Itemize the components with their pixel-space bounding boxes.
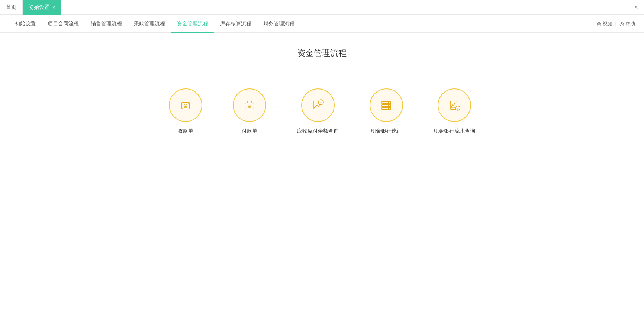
main-container: 初始设置 项目合同流程 销售管理流程 采购管理流程 资金管理流程 库存核算流程 … [0, 15, 644, 329]
nav-item-finance-mgmt[interactable]: 财务管理流程 [257, 15, 300, 33]
process-circle-payment: ¥ [233, 88, 266, 122]
connector-3: - - - - - - [339, 103, 370, 109]
home-label: 首页 [6, 4, 16, 11]
nav-divider: | [615, 21, 616, 26]
connector-4: - - - - - - [403, 103, 434, 109]
svg-rect-13 [382, 101, 391, 104]
bank-flow-icon: ¥ [446, 97, 463, 113]
help-circle-icon: ◎ [619, 21, 624, 27]
nav-label-purchase-mgmt: 采购管理流程 [134, 20, 165, 27]
nav-label-finance-mgmt: 财务管理流程 [263, 20, 294, 27]
process-flow: ¥ 收款单 - - - - - - [169, 88, 476, 135]
payment-icon: ¥ [241, 97, 258, 113]
help-link[interactable]: ◎ 帮助 [619, 20, 635, 27]
close-window-icon[interactable]: × [634, 3, 638, 11]
process-circle-bank-flow: ¥ [438, 88, 471, 122]
nav-label-inventory: 库存核算流程 [220, 20, 251, 27]
video-circle-icon: ◎ [597, 21, 601, 27]
process-item-bank-flow[interactable]: ¥ 现金银行流水查询 [434, 88, 475, 135]
process-label-payment: 付款单 [242, 128, 257, 135]
process-label-receipt: 收款单 [178, 128, 193, 135]
svg-point-16 [388, 102, 389, 103]
top-bar: 首页 初始设置 × × [0, 0, 644, 15]
process-circle-bank-stats [370, 88, 403, 122]
connector-dots-4: - - - - - - [407, 103, 430, 109]
video-link[interactable]: ◎ 视频 [597, 20, 612, 27]
connector-2: - - - - - - [266, 103, 297, 109]
nav-label-initial-setup: 初始设置 [15, 20, 36, 27]
nav-item-project-contract[interactable]: 项目合同流程 [42, 15, 85, 33]
svg-point-18 [388, 108, 389, 109]
connector-1: - - - - - - [202, 103, 233, 109]
connector-dots-2: - - - - - - [270, 103, 293, 109]
svg-rect-15 [382, 107, 391, 110]
content-area: 资金管理流程 ¥ [0, 33, 644, 149]
nav-item-inventory[interactable]: 库存核算流程 [214, 15, 257, 33]
nav-item-fund-mgmt[interactable]: 资金管理流程 [171, 15, 214, 33]
process-item-balance[interactable]: ¥ 应收应付余额查询 [297, 88, 339, 135]
process-item-receipt[interactable]: ¥ 收款单 [169, 88, 202, 135]
svg-text:¥: ¥ [320, 101, 322, 104]
svg-rect-14 [382, 104, 391, 107]
page-title: 资金管理流程 [297, 48, 347, 59]
connector-dots-3: - - - - - - [342, 103, 366, 109]
video-label: 视频 [603, 20, 612, 27]
nav-label-sales-mgmt: 销售管理流程 [91, 20, 122, 27]
process-item-payment[interactable]: ¥ 付款单 [233, 88, 266, 135]
receipt-icon: ¥ [177, 97, 194, 113]
nav-label-fund-mgmt: 资金管理流程 [177, 20, 208, 27]
nav-item-purchase-mgmt[interactable]: 采购管理流程 [128, 15, 171, 33]
process-circle-receipt: ¥ [169, 88, 202, 122]
bank-stats-icon [378, 97, 395, 113]
window-controls[interactable]: × [628, 3, 644, 11]
process-label-balance: 应收应付余额查询 [297, 128, 339, 135]
nav-right-links: ◎ 视频 | ◎ 帮助 [597, 20, 635, 27]
svg-text:¥: ¥ [457, 107, 459, 110]
process-label-bank-stats: 现金银行统计 [371, 128, 402, 135]
process-circle-balance: ¥ [301, 88, 335, 122]
nav-item-initial-setup[interactable]: 初始设置 [9, 15, 42, 33]
svg-point-17 [388, 105, 389, 106]
close-tab-icon[interactable]: × [52, 5, 55, 10]
help-label: 帮助 [625, 20, 635, 27]
connector-dots-1: - - - - - - [206, 103, 229, 109]
nav-item-sales-mgmt[interactable]: 销售管理流程 [85, 15, 128, 33]
home-tab[interactable]: 首页 [0, 0, 23, 15]
nav-label-project-contract: 项目合同流程 [48, 20, 79, 27]
process-item-bank-stats[interactable]: 现金银行统计 [370, 88, 403, 135]
balance-icon: ¥ [310, 97, 326, 113]
active-tab-label: 初始设置 [29, 4, 49, 11]
active-tab[interactable]: 初始设置 × [23, 0, 61, 15]
process-label-bank-flow: 现金银行流水查询 [434, 128, 475, 135]
nav-menu: 初始设置 项目合同流程 销售管理流程 采购管理流程 资金管理流程 库存核算流程 … [0, 15, 644, 33]
